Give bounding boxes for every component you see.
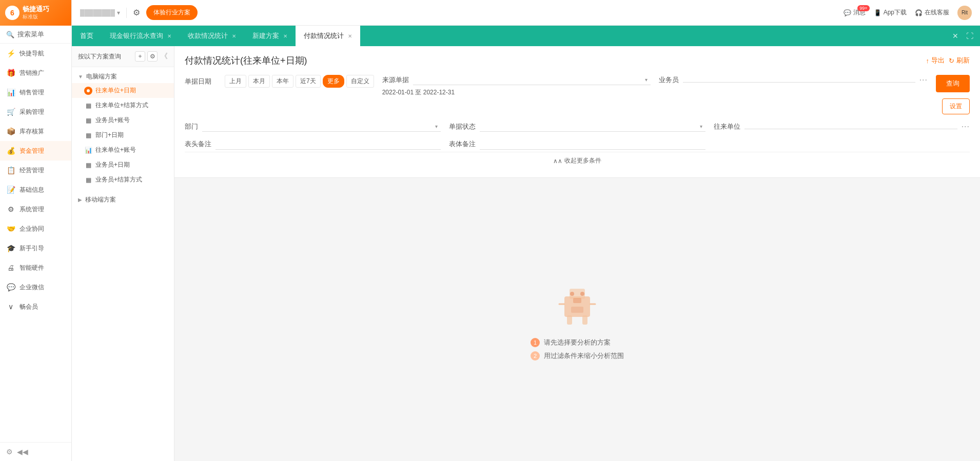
scheme-table2-icon: ▦ bbox=[84, 116, 92, 125]
sidebar-settings-btn[interactable]: ⚙ bbox=[6, 448, 13, 456]
scheme-item-staff-account[interactable]: ▦ 业务员+账号 bbox=[72, 113, 174, 128]
content: 按以下方案查询 + ⚙ 《 ▼ 电脑端方案 往来单位+日期 ▦ bbox=[72, 46, 980, 461]
sidebar-item-sysadmin[interactable]: ⚙ 系统管理 bbox=[0, 199, 71, 219]
placeholder-hints: 1 请先选择要分析的方案 2 用过滤条件来缩小分析范围 bbox=[531, 338, 624, 360]
enterprise-icon: 🤝 bbox=[6, 224, 15, 233]
date-btn-lastmonth[interactable]: 上月 bbox=[225, 75, 246, 88]
dept-select[interactable]: ▾ bbox=[202, 122, 441, 132]
related-unit-more-btn[interactable]: ··· bbox=[962, 122, 970, 131]
sidebar-item-basicinfo[interactable]: 📝 基础信息 bbox=[0, 180, 71, 199]
scheme-add-btn[interactable]: + bbox=[135, 51, 145, 62]
date-filter-label: 单据日期 bbox=[185, 77, 221, 86]
sidebar-item-wechat[interactable]: 💬 企业微信 bbox=[0, 277, 71, 297]
sidebar-item-operations[interactable]: 📋 经营管理 bbox=[0, 161, 71, 180]
doc-status-select[interactable]: ▾ bbox=[480, 122, 705, 132]
source-select[interactable]: ▾ bbox=[413, 75, 651, 85]
company-dropdown-icon[interactable]: ▾ bbox=[117, 9, 120, 16]
phone-icon: 📱 bbox=[874, 9, 881, 16]
tab-payments-label: 付款情况统计 bbox=[304, 31, 344, 41]
tab-close-all-btn[interactable]: ✕ bbox=[949, 30, 962, 42]
sidebar-search-item[interactable]: 🔍 搜索菜单 bbox=[0, 26, 71, 44]
scheme-table4-icon: ▦ bbox=[84, 161, 92, 169]
company-name-text: ████████ bbox=[80, 9, 115, 16]
filter-main: 付款情况统计(往来单位+日期) ↑ 导出 ↻ 刷新 bbox=[174, 46, 980, 461]
refresh-btn[interactable]: ↻ 刷新 bbox=[949, 56, 970, 65]
sidebar-item-sales[interactable]: 📊 销售管理 bbox=[0, 83, 71, 102]
topbar-app-btn[interactable]: 📱 App下载 bbox=[874, 8, 907, 17]
quicknav-icon: ⚡ bbox=[6, 49, 15, 58]
topbar-messages-btn[interactable]: 💬 消息 99+ bbox=[844, 8, 866, 17]
main-area: ████████ ▾ ⚙ 体验行业方案 💬 消息 99+ 📱 App下载 🎧 在… bbox=[72, 0, 980, 461]
scheme-item-unit-date[interactable]: 往来单位+日期 bbox=[72, 83, 174, 98]
date-btn-thisyear[interactable]: 本年 bbox=[272, 75, 293, 88]
export-btn[interactable]: ↑ 导出 bbox=[926, 56, 945, 65]
scheme-item-unit-settle[interactable]: ▦ 往来单位+结算方式 bbox=[72, 98, 174, 113]
scheme-panel: 按以下方案查询 + ⚙ 《 ▼ 电脑端方案 往来单位+日期 ▦ bbox=[72, 46, 174, 461]
topbar-settings-btn[interactable]: ⚙ bbox=[133, 8, 140, 17]
topbar-company[interactable]: ████████ ▾ bbox=[80, 9, 120, 16]
date-btn-thismonth[interactable]: 本月 bbox=[248, 75, 270, 88]
tab-payments[interactable]: 付款情况统计 ✕ bbox=[296, 26, 360, 46]
sidebar-item-smarthw[interactable]: 🖨 智能硬件 bbox=[0, 258, 71, 277]
sidebar-item-vip[interactable]: ∨ 畅会员 bbox=[0, 297, 71, 316]
svg-rect-7 bbox=[567, 315, 572, 325]
tab-receipts-close[interactable]: ✕ bbox=[232, 33, 236, 39]
sidebar-collapse-btn[interactable]: ◀◀ bbox=[17, 448, 28, 456]
staff-more-btn[interactable]: ··· bbox=[919, 75, 928, 85]
date-btn-7days[interactable]: 近7天 bbox=[296, 75, 321, 88]
sidebar-item-funds[interactable]: 💰 资金管理 bbox=[0, 141, 71, 161]
scheme-settings-btn[interactable]: ⚙ bbox=[147, 51, 158, 62]
sidebar-item-quicknav[interactable]: ⚡ 快捷导航 bbox=[0, 44, 71, 63]
sidebar-item-newguide[interactable]: 🎓 新手引导 bbox=[0, 238, 71, 258]
scheme-collapse-btn[interactable]: 《 bbox=[161, 52, 168, 61]
filter-action-btns: ↑ 导出 ↻ 刷新 bbox=[926, 56, 970, 65]
sidebar-header: 6 畅捷通巧 标准版 bbox=[0, 0, 71, 26]
inventory-icon: 📦 bbox=[6, 127, 15, 136]
results-placeholder: 1 请先选择要分析的方案 2 用过滤条件来缩小分析范围 bbox=[531, 278, 624, 360]
tab-cashflow-label: 现金银行流水查询 bbox=[110, 31, 163, 41]
sidebar-item-inventory[interactable]: 📦 库存核算 bbox=[0, 122, 71, 141]
topbar: ████████ ▾ ⚙ 体验行业方案 💬 消息 99+ 📱 App下载 🎧 在… bbox=[72, 0, 980, 26]
scheme-item-dept-date[interactable]: ▦ 部门+日期 bbox=[72, 128, 174, 143]
head-note-input[interactable] bbox=[215, 138, 441, 150]
message-badge: 99+ bbox=[857, 5, 869, 11]
scheme-desktop-group-header[interactable]: ▼ 电脑端方案 bbox=[72, 70, 174, 83]
sidebar-item-enterprise[interactable]: 🤝 企业协同 bbox=[0, 219, 71, 238]
sidebar-logo-icon: 6 bbox=[5, 6, 19, 20]
scheme-item-unit-account[interactable]: 📊 往来单位+账号 bbox=[72, 143, 174, 157]
tab-payments-close[interactable]: ✕ bbox=[348, 33, 352, 39]
query-btn[interactable]: 查询 bbox=[936, 75, 970, 92]
trial-btn[interactable]: 体验行业方案 bbox=[146, 5, 198, 20]
body-note-input[interactable] bbox=[480, 138, 705, 150]
scheme-table5-icon: ▦ bbox=[84, 176, 92, 184]
tab-newplan-close[interactable]: ✕ bbox=[283, 33, 287, 39]
tab-newplan[interactable]: 新建方案 ✕ bbox=[244, 26, 296, 46]
sidebar-logo-text: 畅捷通巧 标准版 bbox=[23, 5, 49, 21]
sidebar: 6 畅捷通巧 标准版 🔍 搜索菜单 ⚡ 快捷导航 🎁 营销推广 📊 销售管理 🛒… bbox=[0, 0, 72, 461]
scheme-panel-header: 按以下方案查询 + ⚙ 《 bbox=[72, 46, 174, 67]
date-btn-custom[interactable]: 自定义 bbox=[346, 75, 374, 88]
scheme-chart-icon: 📊 bbox=[84, 146, 92, 154]
filter-collapse-btn[interactable]: ∧∧ 收起更多条件 bbox=[185, 152, 970, 169]
scheme-item-staff-settle[interactable]: ▦ 业务员+结算方式 bbox=[72, 172, 174, 187]
tab-receipts[interactable]: 收款情况统计 ✕ bbox=[180, 26, 244, 46]
topbar-service-btn[interactable]: 🎧 在线客服 bbox=[915, 8, 949, 17]
scheme-table-icon: ▦ bbox=[84, 102, 92, 110]
sidebar-item-marketing[interactable]: 🎁 营销推广 bbox=[0, 63, 71, 83]
tab-maximize-btn[interactable]: ⛶ bbox=[964, 30, 976, 42]
tab-newplan-label: 新建方案 bbox=[252, 31, 279, 41]
svg-rect-9 bbox=[571, 307, 583, 313]
placeholder-illustration bbox=[552, 278, 603, 330]
scheme-item-staff-date[interactable]: ▦ 业务员+日期 bbox=[72, 157, 174, 172]
sidebar-item-purchase[interactable]: 🛒 采购管理 bbox=[0, 102, 71, 122]
tab-home[interactable]: 首页 bbox=[72, 26, 102, 46]
topbar-user-avatar[interactable]: Rit bbox=[957, 6, 972, 20]
date-btn-more[interactable]: 更多 bbox=[323, 75, 344, 88]
message-icon: 💬 bbox=[844, 9, 851, 16]
head-note-label: 表头备注 bbox=[185, 139, 211, 149]
tab-cashflow[interactable]: 现金银行流水查询 ✕ bbox=[102, 26, 180, 46]
basicinfo-icon: 📝 bbox=[6, 185, 15, 194]
scheme-mobile-group-header[interactable]: ▶ 移动端方案 bbox=[72, 193, 174, 206]
filter-settings-btn[interactable]: 设置 bbox=[942, 98, 970, 114]
tab-cashflow-close[interactable]: ✕ bbox=[167, 33, 171, 39]
